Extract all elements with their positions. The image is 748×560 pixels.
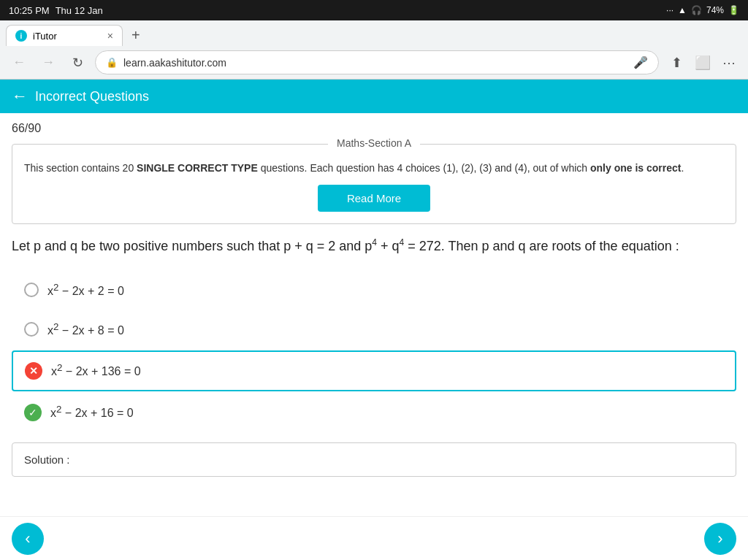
section-box: Maths-Section A This section contains 20… — [12, 144, 736, 224]
question-part2: + q — [377, 239, 400, 253]
solution-label: Solution : — [24, 453, 70, 466]
option-b-text: x2 − 2x + 8 = 0 — [47, 321, 124, 337]
tab-close-button[interactable]: × — [107, 30, 113, 42]
section-title: Maths-Section A — [328, 137, 420, 149]
status-bar: 10:25 PM Thu 12 Jan ··· ▲ 🎧 74% 🔋 — [0, 0, 748, 20]
section-desc-p1: This section contains 20 — [24, 162, 137, 174]
app-header: ← Incorrect Questions — [0, 80, 748, 113]
question-part1: Let p and q be two positive numbers such… — [12, 239, 372, 253]
option-a[interactable]: x2 − 2x + 2 = 0 — [12, 271, 736, 309]
read-more-button[interactable]: Read More — [318, 185, 430, 212]
url-text: learn.aakashitutor.com — [123, 57, 627, 69]
tab-bar: i iTutor × + — [0, 20, 748, 46]
section-desc-bold1: SINGLE CORRECT TYPE — [137, 162, 258, 174]
section-desc-p2: questions. Each question has 4 choices (… — [258, 162, 590, 174]
option-b-radio — [24, 322, 39, 337]
browser-chrome: i iTutor × + ← → ↻ 🔒 learn.aakashitutor.… — [0, 20, 748, 80]
battery-icon: 🔋 — [728, 5, 739, 15]
option-c-wrong-icon: ✕ — [25, 362, 42, 380]
bottom-nav: ‹ › — [0, 516, 748, 560]
options-list: x2 − 2x + 2 = 0 x2 − 2x + 8 = 0 ✕ x2 − 2… — [12, 271, 736, 434]
main-content: 66/90 Maths-Section A This section conta… — [0, 113, 748, 486]
app-back-button[interactable]: ← — [12, 87, 28, 106]
solution-box: Solution : — [12, 442, 736, 477]
option-d[interactable]: ✓ x2 − 2x + 16 = 0 — [12, 393, 736, 432]
option-d-text: x2 − 2x + 16 = 0 — [50, 404, 134, 420]
tab-favicon: i — [15, 30, 27, 42]
option-c-text: x2 − 2x + 136 = 0 — [51, 362, 141, 378]
new-tab-button[interactable]: + — [126, 27, 146, 44]
battery-text: 74% — [706, 5, 724, 15]
share-button[interactable]: ⬆ — [665, 51, 688, 74]
day: Thu 12 Jan — [56, 5, 103, 16]
section-description: This section contains 20 SINGLE CORRECT … — [24, 161, 724, 176]
next-button[interactable]: › — [704, 523, 736, 555]
wifi-icon: ▲ — [678, 5, 687, 15]
prev-button[interactable]: ‹ — [12, 523, 44, 555]
question-text: Let p and q be two positive numbers such… — [12, 236, 736, 256]
header-title: Incorrect Questions — [35, 89, 149, 104]
question-part3: = 272. Then p and q are roots of the equ… — [404, 239, 679, 253]
browser-actions: ⬆ ⬜ ⋯ — [665, 51, 741, 74]
headphone-icon: 🎧 — [691, 5, 702, 15]
status-left: 10:25 PM Thu 12 Jan — [9, 5, 103, 16]
reload-button[interactable]: ↻ — [66, 51, 89, 74]
browser-tab[interactable]: i iTutor × — [6, 25, 123, 46]
section-desc-end: . — [682, 162, 684, 174]
nav-bar: ← → ↻ 🔒 learn.aakashitutor.com 🎤 ⬆ ⬜ ⋯ — [0, 46, 748, 79]
menu-button[interactable]: ⋯ — [717, 51, 741, 74]
section-desc-bold2: only one is correct — [590, 162, 681, 174]
dots-icon: ··· — [666, 5, 673, 15]
address-bar[interactable]: 🔒 learn.aakashitutor.com 🎤 — [95, 50, 659, 74]
option-b[interactable]: x2 − 2x + 8 = 0 — [12, 310, 736, 348]
option-c[interactable]: ✕ x2 − 2x + 136 = 0 — [12, 350, 736, 391]
forward-button[interactable]: → — [37, 51, 60, 74]
option-d-correct-icon: ✓ — [24, 404, 42, 421]
tabs-button[interactable]: ⬜ — [691, 51, 714, 74]
status-right: ··· ▲ 🎧 74% 🔋 — [666, 5, 739, 15]
mic-icon[interactable]: 🎤 — [633, 55, 648, 69]
tab-title: iTutor — [33, 31, 57, 42]
question-counter: 66/90 — [12, 122, 736, 135]
back-button[interactable]: ← — [7, 51, 31, 74]
time: 10:25 PM — [9, 5, 50, 16]
option-a-radio — [24, 283, 39, 297]
option-a-text: x2 − 2x + 2 = 0 — [47, 282, 124, 298]
lock-icon: 🔒 — [106, 57, 118, 68]
